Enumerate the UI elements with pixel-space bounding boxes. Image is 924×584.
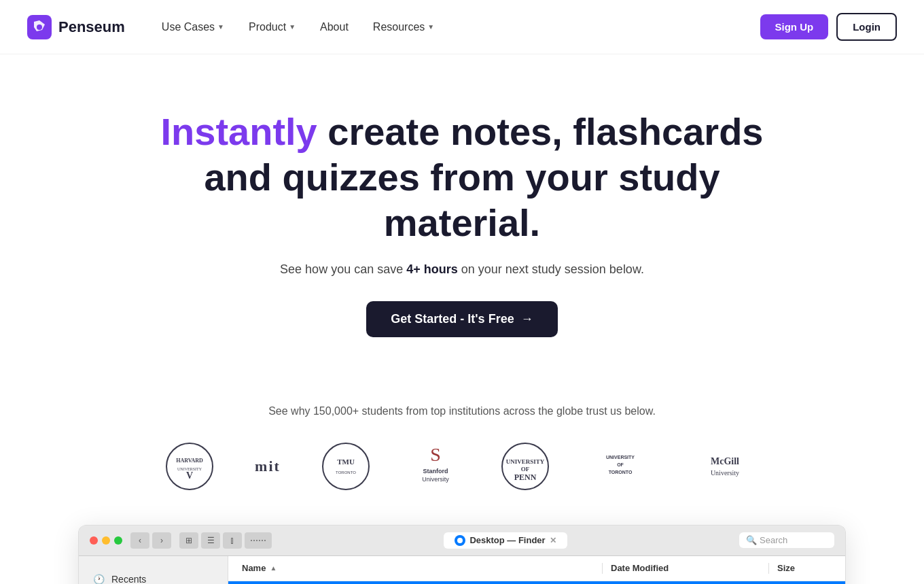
finder-back-button[interactable]: ‹	[130, 532, 149, 549]
finder-view-icon-button[interactable]: ⊞	[179, 532, 198, 549]
finder-file-row[interactable]: PDF study material.pdf Sep 8, 2024 at 11…	[228, 581, 845, 584]
headline-highlight: Instantly	[160, 110, 317, 153]
cta-arrow-icon: →	[521, 312, 533, 326]
col-divider-2	[768, 563, 769, 574]
svg-text:HARVARD: HARVARD	[176, 458, 203, 464]
cta-button[interactable]: Get Started - It's Free →	[366, 301, 557, 337]
svg-text:OF: OF	[617, 462, 624, 467]
col-divider-1	[602, 563, 603, 574]
hero-subtext: See how you can save 4+ hours on your ne…	[27, 262, 897, 277]
svg-text:PENN: PENN	[514, 473, 537, 482]
svg-text:University: University	[711, 469, 739, 477]
svg-text:University: University	[422, 476, 449, 483]
finder-view-column-button[interactable]: ⫿	[223, 532, 242, 549]
desktop-location-icon	[455, 535, 465, 546]
nav-product[interactable]: Product ▼	[239, 16, 305, 39]
ryerson-logo-svg: TMU TORONTO	[321, 442, 370, 491]
col-header-date[interactable]: Date Modified	[611, 563, 760, 573]
maximize-window-button[interactable]	[114, 536, 122, 545]
finder-search-placeholder: Search	[760, 535, 787, 545]
ryerson-logo: TMU TORONTO	[321, 442, 370, 491]
toronto-logo: UNIVERSITY OF TORONTO	[590, 449, 650, 483]
finder-view-gallery-button[interactable]: ⋯⋯	[245, 532, 272, 549]
signup-button[interactable]: Sign Up	[760, 14, 829, 39]
finder-location-pill: Desktop — Finder ✕	[444, 532, 567, 549]
svg-text:S: S	[430, 444, 441, 465]
sidebar-item-recents[interactable]: 🕐 Recents	[79, 567, 228, 584]
finder-sidebar: 🕐 Recents △ Applications 🖥 Desktop ↓ Dow…	[79, 556, 228, 584]
navbar: Penseum Use Cases ▼ Product ▼ About Reso…	[0, 0, 924, 54]
finder-view-buttons: ⊞ ☰ ⫿ ⋯⋯	[179, 532, 272, 549]
nav-use-cases[interactable]: Use Cases ▼	[152, 16, 234, 39]
harvard-logo: HARVARD UNIVERSITY V	[165, 442, 214, 491]
product-chevron-icon: ▼	[289, 23, 296, 31]
hero-headline: Instantly create notes, flashcards and q…	[156, 109, 768, 246]
finder-section: ‹ › ⊞ ☰ ⫿ ⋯⋯ Desktop — Finder ✕ 🔍 Search	[0, 511, 924, 584]
university-logos: HARVARD UNIVERSITY V mit TMU TORONTO S S…	[27, 442, 897, 491]
navbar-right: Sign Up Login	[760, 13, 898, 41]
finder-toolbar: ‹ › ⊞ ☰ ⫿ ⋯⋯ Desktop — Finder ✕ 🔍 Search	[79, 526, 845, 556]
nav-about[interactable]: About	[310, 16, 358, 39]
search-icon: 🔍	[746, 535, 757, 545]
hero-section: Instantly create notes, flashcards and q…	[0, 54, 924, 371]
mit-text: mit	[255, 458, 281, 475]
col-header-name[interactable]: Name ▲	[242, 563, 594, 573]
finder-content: Name ▲ Date Modified Size PDF	[228, 556, 845, 584]
finder-view-list-button[interactable]: ☰	[201, 532, 220, 549]
svg-text:McGill: McGill	[711, 456, 739, 466]
nav-resources[interactable]: Resources ▼	[363, 16, 444, 39]
finder-forward-button[interactable]: ›	[152, 532, 171, 549]
minimize-window-button[interactable]	[102, 536, 110, 545]
trust-text: See why 150,000+ students from top insti…	[27, 405, 897, 417]
penseum-logo-icon	[27, 15, 52, 39]
trust-section: See why 150,000+ students from top insti…	[0, 371, 924, 511]
stanford-logo: S Stanford University	[411, 442, 460, 491]
recents-icon: 🕐	[92, 573, 105, 584]
finder-location-close-icon[interactable]: ✕	[550, 536, 556, 545]
logo-text: Penseum	[58, 18, 125, 36]
logo[interactable]: Penseum	[27, 15, 125, 39]
nav-links: Use Cases ▼ Product ▼ About Resources ▼	[152, 16, 444, 39]
col-header-size[interactable]: Size	[777, 563, 832, 573]
svg-text:V: V	[186, 470, 193, 481]
finder-body: 🕐 Recents △ Applications 🖥 Desktop ↓ Dow…	[79, 556, 845, 584]
navbar-left: Penseum Use Cases ▼ Product ▼ About Reso…	[27, 15, 444, 39]
mcgill-logo: McGill University	[691, 449, 759, 483]
mcgill-logo-svg: McGill University	[691, 449, 759, 483]
finder-nav-buttons: ‹ ›	[130, 532, 171, 549]
penn-logo-svg: UNIVERSITY OF PENN	[501, 442, 550, 491]
svg-text:UNIVERSITY: UNIVERSITY	[606, 455, 635, 460]
finder-window: ‹ › ⊞ ☰ ⫿ ⋯⋯ Desktop — Finder ✕ 🔍 Search	[78, 525, 846, 584]
mit-logo: mit	[255, 458, 281, 475]
svg-text:TMU: TMU	[337, 458, 355, 466]
svg-point-6	[323, 443, 369, 489]
finder-window-controls	[90, 536, 122, 545]
svg-text:TORONTO: TORONTO	[336, 470, 356, 475]
svg-text:UNIVERSITY: UNIVERSITY	[506, 458, 545, 465]
harvard-logo-svg: HARVARD UNIVERSITY V	[165, 442, 214, 491]
finder-column-headers: Name ▲ Date Modified Size	[228, 556, 845, 581]
finder-location-label: Desktop — Finder	[469, 535, 545, 545]
close-window-button[interactable]	[90, 536, 98, 545]
stanford-logo-svg: S Stanford University	[411, 442, 460, 491]
sidebar-item-recents-label: Recents	[111, 574, 146, 584]
svg-point-2	[166, 443, 213, 489]
sort-arrow-icon: ▲	[270, 564, 277, 572]
finder-path: Desktop — Finder ✕	[280, 532, 731, 549]
resources-chevron-icon: ▼	[427, 23, 434, 31]
finder-search-box[interactable]: 🔍 Search	[739, 532, 834, 548]
use-cases-chevron-icon: ▼	[217, 23, 224, 31]
login-button[interactable]: Login	[836, 13, 897, 41]
penn-logo: UNIVERSITY OF PENN	[501, 442, 550, 491]
svg-text:Stanford: Stanford	[423, 468, 448, 475]
svg-text:TORONTO: TORONTO	[609, 470, 633, 475]
toronto-logo-svg: UNIVERSITY OF TORONTO	[590, 449, 650, 483]
svg-point-1	[37, 24, 42, 30]
svg-text:OF: OF	[521, 466, 530, 473]
